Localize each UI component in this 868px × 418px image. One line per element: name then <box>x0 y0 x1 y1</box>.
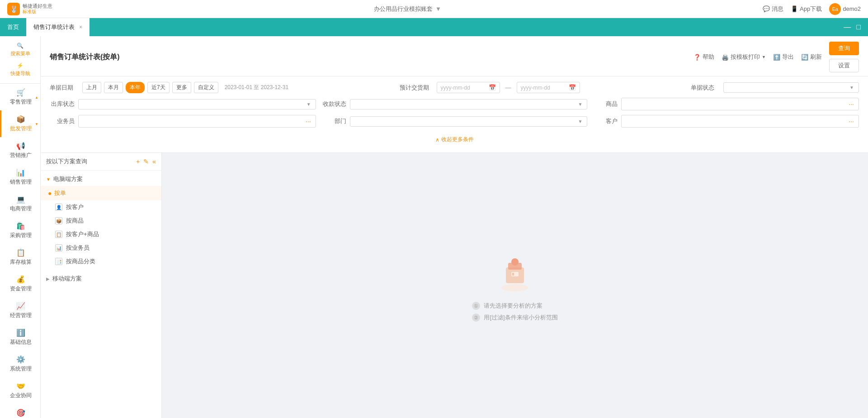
tab-bar: 首页 销售订单统计表 × — □ <box>0 18 868 36</box>
maximize-icon[interactable]: □ <box>856 23 861 31</box>
sidebar-item-retail[interactable]: 🛒 零售管理 <box>0 84 40 110</box>
salesman-field: 业务员 ··· <box>50 115 316 128</box>
page-actions: ❓ 帮助 🖨️ 按模板打印 ▼ ⬆️ 导出 🔄 刷新 查询 <box>693 42 859 72</box>
scheme-header: 按以下方案查询 + ✎ « <box>41 153 161 171</box>
goods-select[interactable]: ··· <box>621 98 859 110</box>
sidebar-item-collab[interactable]: 🤝 企业协同 <box>0 377 40 404</box>
calendar-start-icon[interactable]: 📅 <box>489 84 496 91</box>
setting-button[interactable]: 设置 <box>829 59 859 72</box>
sidebar-item-sales[interactable]: 📊 销售管理 <box>0 164 40 190</box>
goods-label: 商品 <box>593 100 618 108</box>
user-menu[interactable]: Ea demo2 <box>829 3 861 15</box>
messages-button[interactable]: 💬 消息 <box>763 5 783 13</box>
sidebar-search-item[interactable]: 🔍 搜索菜单 <box>0 40 40 60</box>
date-btn-7days[interactable]: 近7天 <box>147 82 170 93</box>
expand-icon: ▼ <box>46 177 51 182</box>
salesman-more-icon[interactable]: ··· <box>306 118 311 125</box>
tab-sales-order[interactable]: 销售订单统计表 × <box>26 18 90 36</box>
scheme-group-pc-header[interactable]: ▼ 电脑端方案 <box>41 172 161 186</box>
sidebar-item-purchase[interactable]: 🛍️ 采购管理 <box>0 217 40 244</box>
category-scheme-icon: 📑 <box>55 258 62 265</box>
collect-status-select[interactable]: ▼ <box>350 99 588 109</box>
goods-more-icon[interactable]: ··· <box>849 100 854 108</box>
purchase-icon: 🛍️ <box>16 222 25 230</box>
sidebar-item-inventory[interactable]: 📋 库存核算 <box>0 244 40 271</box>
sidebar-item-basic-info[interactable]: ℹ️ 基础信息 <box>0 324 40 351</box>
customer-more-icon[interactable]: ··· <box>849 118 854 125</box>
marketing-icon: 📢 <box>16 142 25 150</box>
content-area: 销售订单统计表(按单) ❓ 帮助 🖨️ 按模板打印 ▼ ⬆️ 导出 🔄 刷新 <box>41 36 868 418</box>
status-select[interactable]: ▼ <box>723 82 859 93</box>
scheme-group-pc: ▼ 电脑端方案 ● 按单 👤 按客户 📦 按商品 <box>41 171 161 270</box>
sidebar: 🔍 搜索菜单 ⚡ 快捷导航 🛒 零售管理 📦 批发管理 📢 营销推广 � <box>0 36 41 418</box>
date-btn-this-month[interactable]: 本月 <box>104 82 123 93</box>
sidebar-quicknav-item[interactable]: ⚡ 快捷导航 <box>0 60 40 80</box>
minimize-icon[interactable]: — <box>844 23 851 31</box>
sidebar-item-wholesale[interactable]: 📦 批发管理 <box>0 110 40 137</box>
collapse-icon: ∧ <box>435 137 439 143</box>
page-header: 销售订单统计表(按单) ❓ 帮助 🖨️ 按模板打印 ▼ ⬆️ 导出 🔄 刷新 <box>41 36 868 76</box>
content-body: 按以下方案查询 + ✎ « ▼ 电脑端方案 ● 按单 <box>41 153 868 418</box>
chevron-down-icon[interactable]: ▼ <box>435 5 441 12</box>
ship-status-select[interactable]: ▼ <box>78 99 316 109</box>
date-btn-more[interactable]: 更多 <box>172 82 191 93</box>
app-download-button[interactable]: 📱 App下载 <box>791 5 822 13</box>
scheme-group-mobile-header[interactable]: ▶ 移动端方案 <box>41 272 161 285</box>
industry-label: 办公用品行业模拟账套 ▼ <box>374 5 441 13</box>
scheme-item-by-order[interactable]: ● 按单 <box>41 186 161 200</box>
sidebar-item-guide[interactable]: 🎯 新手引导 <box>0 404 40 418</box>
dept-select[interactable]: ▼ <box>350 116 588 127</box>
right-content: ① 请先选择要分析的方案 ② 用[过滤]条件来缩小分析范围 <box>162 153 868 418</box>
goods-field: 商品 ··· <box>593 98 859 110</box>
scheme-edit-icon[interactable]: ✎ <box>143 158 149 165</box>
tab-close-icon[interactable]: × <box>79 24 82 30</box>
dept-chevron-icon: ▼ <box>578 119 582 124</box>
sidebar-item-marketing[interactable]: 📢 营销推广 <box>0 137 40 164</box>
refresh-button[interactable]: 🔄 刷新 <box>801 53 822 61</box>
collapse-bar[interactable]: ∧ 收起更多条件 <box>50 132 859 147</box>
date-buttons-group: 上月 本月 本年 近7天 更多 自定义 2023-01-01 至 2023-12… <box>82 82 288 93</box>
page-title: 销售订单统计表(按单) <box>50 52 120 62</box>
empty-state: ① 请先选择要分析的方案 ② 用[过滤]条件来缩小分析范围 <box>162 153 868 418</box>
scheme-item-by-salesman[interactable]: 📊 按业务员 <box>41 241 161 255</box>
date-btn-custom[interactable]: 自定义 <box>194 82 218 93</box>
retail-icon: 🛒 <box>16 88 25 97</box>
help-button[interactable]: ❓ 帮助 <box>693 53 714 61</box>
tip-num-1: ① <box>472 302 480 310</box>
export-button[interactable]: ⬆️ 导出 <box>773 53 794 61</box>
empty-icon <box>492 249 538 294</box>
date-btn-last-month[interactable]: 上月 <box>82 82 101 93</box>
customer-select[interactable]: ··· <box>621 115 859 128</box>
scheme-collapse-icon[interactable]: « <box>152 158 156 165</box>
scheme-add-icon[interactable]: + <box>136 158 140 165</box>
sidebar-item-system[interactable]: ⚙️ 系统管理 <box>0 351 40 377</box>
calendar-end-icon[interactable]: 📅 <box>569 84 576 91</box>
scheme-item-by-goods[interactable]: 📦 按商品 <box>41 214 161 228</box>
sidebar-item-ecommerce[interactable]: 💻 电商管理 <box>0 190 40 217</box>
empty-tip-2: ② 用[过滤]条件来缩小分析范围 <box>472 314 557 322</box>
top-right: 💬 消息 📱 App下载 Ea demo2 <box>763 3 861 15</box>
top-bar: 🐰 畅捷通好生意 标准版 办公用品行业模拟账套 ▼ 💬 消息 📱 App下载 E… <box>0 0 868 18</box>
tab-home[interactable]: 首页 <box>0 18 26 36</box>
expected-date-end[interactable]: yyyy-mm-dd 📅 <box>517 82 580 93</box>
date-btn-this-year[interactable]: 本年 <box>126 82 145 93</box>
salesman-select[interactable]: ··· <box>78 115 316 128</box>
logo-area: 🐰 畅捷通好生意 标准版 <box>7 3 52 15</box>
guide-icon: 🎯 <box>16 408 25 417</box>
print-button[interactable]: 🖨️ 按模板打印 ▼ <box>722 53 766 61</box>
export-icon: ⬆️ <box>773 54 780 61</box>
basic-info-icon: ℹ️ <box>16 328 25 337</box>
query-button[interactable]: 查询 <box>829 42 859 55</box>
expected-date-start[interactable]: yyyy-mm-dd 📅 <box>437 82 500 93</box>
scheme-tools: + ✎ « <box>136 158 156 165</box>
sidebar-item-finance[interactable]: 💰 资金管理 <box>0 271 40 297</box>
tip-num-2: ② <box>472 314 480 322</box>
scheme-item-by-customer-goods[interactable]: 📋 按客户+商品 <box>41 228 161 241</box>
scheme-item-by-customer[interactable]: 👤 按客户 <box>41 200 161 214</box>
date-label: 单据日期 <box>50 84 77 92</box>
sidebar-item-operations[interactable]: 📈 经营管理 <box>0 297 40 324</box>
svg-rect-5 <box>512 273 514 276</box>
customer-scheme-icon: 👤 <box>55 204 62 211</box>
filter-panel: 单据日期 上月 本月 本年 近7天 更多 自定义 2023-01-01 至 20… <box>41 76 868 153</box>
scheme-item-by-category[interactable]: 📑 按商品分类 <box>41 255 161 268</box>
